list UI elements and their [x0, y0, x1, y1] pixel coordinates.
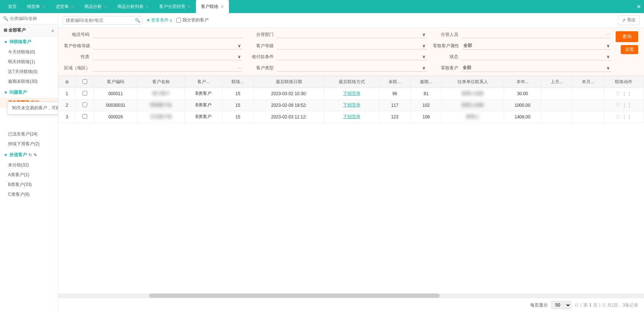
close-sales-icon[interactable]: ✕: [42, 4, 45, 9]
filter-price-select[interactable]: ∨: [93, 42, 242, 49]
sidebar-item-declining[interactable]: 持续下滑客户(2): [0, 139, 58, 149]
close-customer-tier-icon[interactable]: ✕: [188, 4, 191, 9]
td-checkbox-3[interactable]: [76, 111, 94, 123]
filter-dept-select[interactable]: ∨: [277, 31, 427, 38]
filter-retail-attr-select[interactable]: 全部 ∨: [462, 42, 611, 50]
td-action-2[interactable]: ♡ ⋮⋮: [604, 100, 644, 111]
tab-customer-contact[interactable]: 客户联络 ✕: [196, 0, 229, 13]
sidebar-collapse-btn[interactable]: «: [51, 28, 54, 33]
settings-button[interactable]: 设置: [621, 45, 638, 54]
scrollbar-thumb[interactable]: [149, 293, 440, 298]
tab-goods-analysis[interactable]: 商品分析 ✕: [79, 0, 112, 13]
th-overdue[interactable]: 逾期...: [410, 76, 442, 88]
td-method-3[interactable]: 下销货单: [324, 111, 379, 123]
page-next-icon[interactable]: ⟩: [599, 303, 601, 308]
sidebar-group-pending-title[interactable]: ▼ 待联络客户: [0, 37, 58, 47]
settings-icon: ⚙: [65, 80, 69, 85]
my-customers-checkbox[interactable]: [176, 18, 181, 23]
filter-region-select[interactable]: ···: [93, 65, 242, 72]
sidebar-item-class-b[interactable]: B类客户(33): [0, 180, 58, 190]
row-checkbox-2[interactable]: [82, 102, 87, 107]
close-purchase-icon[interactable]: ✕: [71, 4, 74, 9]
filter-dept-label: 分管部门: [248, 32, 274, 38]
filter-phone-input[interactable]: [92, 31, 242, 38]
th-not-contacted[interactable]: 未联...: [379, 76, 410, 88]
filter-gender-select[interactable]: ∨: [92, 53, 242, 60]
th-this-month[interactable]: 本月...: [572, 76, 604, 88]
sidebar-item-tomorrow-pending[interactable]: 明天待联络(1): [0, 57, 58, 67]
sidebar-item-overdue-pending[interactable]: 逾期未联络(30): [0, 77, 58, 86]
filter-customer-level-select[interactable]: ∨: [277, 42, 427, 49]
sidebar-search-input[interactable]: [10, 16, 58, 21]
close-goods-analysis-icon[interactable]: ✕: [104, 4, 107, 9]
sidebar-item-class-c[interactable]: C类客户(6): [0, 190, 58, 199]
th-this-year[interactable]: 本年...: [504, 76, 541, 88]
search-input[interactable]: [63, 16, 142, 25]
page-last-icon[interactable]: ⟩⟩: [602, 303, 606, 308]
more-conditions-btn[interactable]: ▼ 更多条件 ∧: [146, 17, 173, 23]
value-group-edit-icon[interactable]: ✎: [33, 153, 37, 158]
value-group-refresh-icon[interactable]: ↻: [28, 153, 32, 158]
th-checkbox[interactable]: [76, 76, 94, 88]
th-last-date[interactable]: 最后联络日期: [254, 76, 325, 88]
sidebar-item-ungrouped[interactable]: 未分组(32): [0, 160, 58, 170]
th-associate[interactable]: 往来单位联系人: [442, 76, 504, 88]
sidebar-item-7days-pending[interactable]: 近7天待联络(0): [0, 67, 58, 77]
filter-customer-type-select[interactable]: ∨: [277, 65, 427, 72]
sidebar-group-problem-title[interactable]: ▼ 问题客户: [0, 87, 58, 98]
search-button[interactable]: 🔍: [135, 18, 140, 23]
action-icon-3[interactable]: ♡ ⋮⋮: [616, 114, 632, 120]
export-button[interactable]: ↗ 导出: [618, 15, 640, 25]
tab-customer-tier[interactable]: 客户分层经营 ✕: [154, 0, 196, 13]
page-first-icon[interactable]: ⟨⟨: [575, 303, 579, 308]
filter-payment-select[interactable]: ∨: [277, 53, 427, 60]
window-close-icon[interactable]: ✕: [636, 3, 641, 10]
td-code-2: 00030031: [94, 100, 137, 111]
close-customer-contact-icon[interactable]: ✕: [221, 4, 224, 9]
row-checkbox-1[interactable]: [82, 91, 87, 96]
th-last-method[interactable]: 最后联络方式: [324, 76, 379, 88]
sidebar-group-value-title[interactable]: ▼ 价值客户 ↻ ✎: [0, 150, 58, 160]
th-type[interactable]: 客户...: [185, 76, 222, 88]
td-action-1[interactable]: ♡ ⋮⋮: [604, 88, 644, 100]
filter-manager-dots[interactable]: ···: [606, 32, 610, 37]
sidebar-all-customers[interactable]: ⊞ 全部客户 «: [0, 24, 58, 37]
table-row: 3 000026 王五客户信 B类客户 15 2023-02-03 11:12:…: [59, 111, 644, 123]
sidebar-item-class-a[interactable]: A类客户(1): [0, 170, 58, 180]
tab-goods-list[interactable]: 商品分析列表 ✕: [112, 0, 154, 13]
tab-purchase[interactable]: 进货单 ✕: [51, 0, 79, 13]
filter-status-select[interactable]: ∨: [461, 53, 611, 60]
filter-retail: 零散客户 全部 ∨: [433, 64, 611, 72]
th-contact-count[interactable]: 联络...: [222, 76, 253, 88]
th-name[interactable]: 客户名称: [137, 76, 185, 88]
td-method-2[interactable]: 下销货单: [324, 100, 379, 111]
sidebar-item-today-pending[interactable]: 今天待联络(0): [0, 47, 58, 57]
td-action-3[interactable]: ♡ ⋮⋮: [604, 111, 644, 123]
table-row: 1 000011 张三客户 B类客户 15 2023-03-02 10:30: …: [59, 88, 644, 100]
close-goods-list-icon[interactable]: ✕: [146, 4, 149, 9]
action-icon-1[interactable]: ♡ ⋮⋮: [616, 91, 632, 97]
th-settings[interactable]: ⚙: [59, 76, 76, 88]
th-action[interactable]: 联络动作: [604, 76, 644, 88]
my-customers-checkbox-wrap[interactable]: 我分管的客户: [176, 17, 209, 23]
tab-home[interactable]: 首页: [3, 0, 22, 13]
select-all-checkbox[interactable]: [82, 79, 87, 84]
filter-price-label: 客户价格等级: [64, 43, 90, 49]
action-icon-2[interactable]: ♡ ⋮⋮: [616, 102, 632, 108]
td-lastmonth-1: [541, 88, 572, 100]
filter-region-dots[interactable]: ···: [237, 65, 241, 70]
horizontal-scrollbar[interactable]: [58, 293, 644, 298]
sidebar-item-churned[interactable]: 已流失客户(24): [0, 129, 58, 139]
td-method-1[interactable]: 下销货单: [324, 88, 379, 100]
filter-manager-select[interactable]: ···: [461, 31, 611, 38]
filter-retail-select[interactable]: 全部 ∨: [461, 64, 611, 72]
page-prev-icon[interactable]: ⟨: [580, 303, 582, 308]
per-page-select[interactable]: 50 100 200: [551, 301, 571, 309]
tab-sales[interactable]: 销货单 ✕: [22, 0, 51, 13]
th-code[interactable]: 客户编码: [94, 76, 137, 88]
th-last-month[interactable]: 上月...: [541, 76, 572, 88]
td-checkbox-1[interactable]: [76, 88, 94, 100]
td-checkbox-2[interactable]: [76, 100, 94, 111]
query-button[interactable]: 查询: [616, 31, 638, 42]
row-checkbox-3[interactable]: [82, 114, 87, 119]
